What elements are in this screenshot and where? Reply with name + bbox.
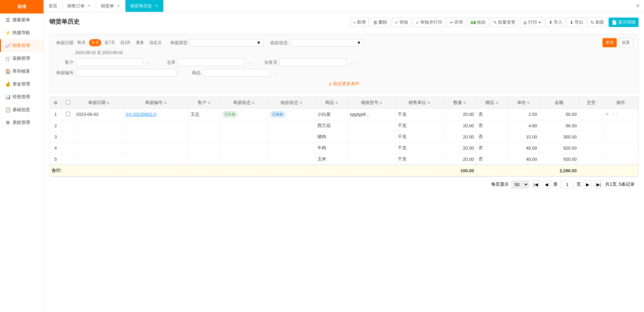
page-first-btn[interactable]: |◀ <box>532 180 540 188</box>
business-input[interactable] <box>279 58 347 66</box>
tab-sales-history[interactable]: 销货单历史 ✕ <box>125 0 164 12</box>
sidebar-item-search-label: 搜索菜单 <box>12 17 30 23</box>
row-checkbox[interactable] <box>62 109 74 120</box>
row-customer <box>188 120 220 131</box>
sort-customer-icon[interactable]: ⇅ <box>208 101 211 105</box>
date-btn-more[interactable]: 更多 <box>134 39 146 46</box>
abandon-button[interactable]: ↩ 弃审 <box>447 18 466 27</box>
sidebar-item-fund-mgmt[interactable]: 💰 资金管理 <box>0 78 44 90</box>
total-info: 共1页, 5条记录 <box>605 181 635 187</box>
filter-docno-item: 单据编号 <box>55 69 177 77</box>
sidebar-item-sales-mgmt[interactable]: 📈 销售管理 <box>0 39 44 52</box>
collapse-button[interactable]: ∧ 收起更多条件 <box>327 79 361 88</box>
delete-button[interactable]: 🗑 删除 <box>370 18 390 27</box>
edit-icon[interactable]: ✎ <box>605 112 609 117</box>
table-checkbox-col[interactable] <box>62 97 74 109</box>
settings-button[interactable]: 设置 <box>619 38 633 47</box>
page-input[interactable] <box>560 181 574 188</box>
sidebar-item-sys-mgmt[interactable]: ⚙ 系统管理 <box>0 116 44 129</box>
sort-qty-icon[interactable]: ⇅ <box>463 101 466 105</box>
import-button[interactable]: ⬆ 导入 <box>546 18 565 27</box>
print-button[interactable]: 🖨 打印 ▼ <box>520 18 544 27</box>
sort-price-icon[interactable]: ⇅ <box>527 101 530 105</box>
sys-mgmt-icon: ⚙ <box>5 120 10 125</box>
customer-input[interactable] <box>76 58 143 66</box>
customer-ellipsis[interactable]: ... <box>145 60 151 65</box>
tab-sales-order[interactable]: 销售订单 ✕ <box>62 0 96 12</box>
tab-sales-goods-close[interactable]: ✕ <box>116 4 120 8</box>
tab-sales-goods[interactable]: 销货单 ✕ <box>96 0 125 12</box>
sort-gift-icon[interactable]: ⇅ <box>496 101 498 105</box>
table-settings-col[interactable]: ⚙ <box>50 97 62 109</box>
row-checkbox[interactable] <box>62 120 74 131</box>
table-row: 3 猪肉 千克 20.00 否 15.00 300.00 <box>50 131 638 142</box>
page-next-btn[interactable]: ▶ <box>584 180 592 188</box>
row-check[interactable] <box>66 112 70 116</box>
row-docno <box>123 120 188 131</box>
tab-home[interactable]: 首页 <box>44 0 62 12</box>
sidebar-item-ops-mgmt[interactable]: 📊 经营管理 <box>0 90 44 103</box>
row-customer <box>188 131 220 142</box>
date-btn-7days[interactable]: 近7天 <box>103 39 117 46</box>
export-button[interactable]: ⬇ 导出 <box>567 18 586 27</box>
sort-goods-icon[interactable]: ⇅ <box>335 101 338 105</box>
date-btn-yesterday[interactable]: 昨天 <box>76 39 88 46</box>
col-gift: 赠品 ⇅ <box>476 97 508 109</box>
summary-empty-9 <box>476 165 508 176</box>
date-quick-buttons: 昨天 今天 近7天 近1月 更多 自定义 <box>76 39 164 46</box>
add-button[interactable]: + 新增 <box>351 18 369 27</box>
tab-sales-order-close[interactable]: ✕ <box>87 4 91 8</box>
page-prev-btn[interactable]: ◀ <box>542 180 551 188</box>
date-btn-today[interactable]: 今天 <box>89 39 101 46</box>
row-docstatus <box>220 154 268 165</box>
sort-date-icon[interactable]: ⇅ <box>107 101 109 105</box>
row-docstatus <box>220 120 268 131</box>
type-select[interactable]: ▼ <box>190 39 264 47</box>
warehouse-ellipsis[interactable]: ... <box>247 60 253 65</box>
sort-unit-icon[interactable]: ⇅ <box>427 101 430 105</box>
show-detail-button[interactable]: 📄 显示明细 <box>609 18 639 27</box>
batch-change-button[interactable]: ✎ 批量变更 <box>490 18 519 27</box>
sidebar: 标准 ☰ 搜索菜单 ⚡ 快捷导航 📈 销售管理 🛒 采购管理 🏠 库存核算 💰 … <box>0 0 44 312</box>
sidebar-item-inventory-label: 库存核算 <box>12 68 30 74</box>
page-last-btn[interactable]: ▶| <box>594 180 603 188</box>
date-btn-custom[interactable]: 自定义 <box>147 39 164 46</box>
sort-docstatus-icon[interactable]: ⇅ <box>252 101 254 105</box>
sidebar-item-inventory[interactable]: 🏠 库存核算 <box>0 65 44 78</box>
audit-button[interactable]: ✓ 审核 <box>392 18 411 27</box>
collect-status-select[interactable]: ▼ <box>290 39 364 47</box>
sidebar-item-search-menu[interactable]: ☰ 搜索菜单 <box>0 14 44 26</box>
select-all-checkbox[interactable] <box>66 100 70 104</box>
business-ellipsis[interactable]: ... <box>349 60 355 65</box>
row-index: 4 <box>50 142 62 154</box>
row-docstatus: 已生效 <box>220 109 268 120</box>
sort-spec-icon[interactable]: ⇅ <box>380 101 382 105</box>
goods-ellipsis[interactable]: ... <box>272 70 279 75</box>
row-action <box>603 142 638 154</box>
docno-input[interactable] <box>76 69 177 77</box>
page-size-select[interactable]: 50 100 200 <box>511 181 529 188</box>
row-goods: 牛肉 <box>315 142 348 154</box>
more-icon[interactable]: ⋮⋮ <box>611 112 620 117</box>
sidebar-item-base-info[interactable]: 📋 基础信息 <box>0 103 44 116</box>
doc-status-badge: 已生效 <box>222 111 238 118</box>
warehouse-input[interactable] <box>177 58 245 66</box>
sort-docno-icon[interactable]: ⇅ <box>164 101 167 105</box>
doc-no-link[interactable]: SA-20230602-0 <box>125 112 156 117</box>
row-checkbox[interactable] <box>62 154 74 165</box>
docno-filter-label: 单据编号 <box>55 70 74 76</box>
query-button[interactable]: 查询 <box>603 38 617 47</box>
audit-print-button[interactable]: ✓ 审核并打印 <box>413 18 445 27</box>
row-checkbox[interactable] <box>62 142 74 154</box>
sidebar-item-quick-nav[interactable]: ⚡ 快捷导航 <box>0 26 44 39</box>
refresh-button[interactable]: ↻ 刷新 <box>588 18 607 27</box>
base-info-icon: 📋 <box>5 107 10 112</box>
tab-sales-history-close[interactable]: ✕ <box>154 4 159 8</box>
row-checkbox[interactable] <box>62 131 74 142</box>
sort-collectstatus-icon[interactable]: ⇅ <box>300 101 302 105</box>
goods-input[interactable] <box>203 69 270 77</box>
date-btn-1month[interactable]: 近1月 <box>118 39 133 46</box>
collect-button[interactable]: 💵 收款 <box>468 18 489 27</box>
sidebar-item-purchase-mgmt[interactable]: 🛒 采购管理 <box>0 52 44 65</box>
tab-bar-global-close[interactable]: ✕ <box>632 3 644 9</box>
